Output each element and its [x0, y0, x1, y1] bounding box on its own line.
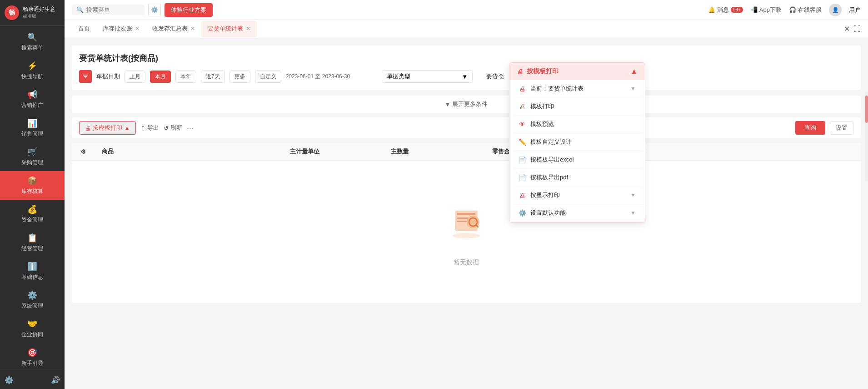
tab-close-receivables[interactable]: ✕ — [190, 25, 195, 32]
refresh-button[interactable]: ↺ 刷新 — [164, 124, 182, 132]
dropdown-template-preview[interactable]: 👁 模板预览 — [509, 116, 645, 133]
tab-close-inventory[interactable]: ✕ — [135, 25, 140, 32]
date-btn-more[interactable]: 更多 — [229, 71, 250, 83]
date-btn-7days[interactable]: 近7天 — [201, 71, 225, 83]
inventory-icon: 📦 — [27, 176, 37, 186]
tab-receivables[interactable]: 收发存汇总表 ✕ — [146, 21, 201, 37]
speaker-icon[interactable]: 🔊 — [51, 376, 60, 384]
expand-window-btn[interactable]: ⛶ — [853, 25, 861, 33]
main-content: 🔍 ⚙️ 体验行业方案 🔔 消息 99+ 📲 App下载 🎧 在线客服 👤 用户 — [65, 0, 868, 389]
finance-icon: 💰 — [27, 204, 37, 214]
goods-label: 要货仓 — [486, 72, 504, 81]
sidebar-item-search[interactable]: 🔍 搜索菜单 — [0, 28, 65, 56]
user-name: 用户 — [849, 6, 861, 14]
search-bar[interactable]: 🔍 — [72, 5, 145, 15]
dropdown-template-design[interactable]: ✏️ 模板自定义设计 — [509, 133, 645, 151]
messages-btn[interactable]: 🔔 消息 99+ — [708, 6, 743, 14]
sidebar-item-guide[interactable]: 🎯 新手引导 — [0, 343, 65, 371]
tab-close-order-stats[interactable]: ✕ — [246, 25, 250, 32]
sidebar-item-sales[interactable]: 📊 销售管理 — [0, 114, 65, 142]
current-template-arrow: ▼ — [630, 86, 636, 92]
more-options-button[interactable]: ··· — [187, 123, 194, 133]
dropdown-default-setting[interactable]: ⚙️ 设置默认功能 ▼ — [509, 204, 645, 222]
expand-more-button[interactable]: ▼ 展开更多条件 — [445, 100, 488, 108]
th-settings[interactable]: ⚙ — [72, 148, 95, 155]
topbar-right: 🔔 消息 99+ 📲 App下载 🎧 在线客服 👤 用户 — [708, 4, 861, 16]
tab-order-stats[interactable]: 要货单统计表 ✕ — [201, 21, 257, 37]
sidebar-item-purchase[interactable]: 🛒 采购管理 — [0, 142, 65, 171]
dropdown-export-pdf[interactable]: 📄 按模板导出pdf — [509, 169, 645, 187]
page-content: 要货单统计表(按商品) 单据日期 上月 本月 本年 近7天 更多 自定义 — [65, 38, 868, 389]
sidebar-item-inventory[interactable]: 📦 库存核算 — [0, 171, 65, 200]
sidebar-item-system[interactable]: ⚙️ 系统管理 — [0, 286, 65, 314]
page-title: 要货单统计表(按商品) — [79, 53, 853, 64]
sidebar-item-operations[interactable]: 📋 经营管理 — [0, 228, 65, 257]
date-btn-this-month[interactable]: 本月 — [150, 71, 171, 83]
system-icon: ⚙️ — [27, 290, 37, 300]
info-icon: ℹ️ — [27, 262, 37, 272]
export-button[interactable]: ⇡ 导出 — [140, 124, 159, 132]
display-print-label-container: 🖨 按显示打印 — [519, 191, 560, 199]
search-icon: 🔍 — [27, 32, 37, 42]
cooperation-icon: 🤝 — [27, 319, 37, 329]
logo-icon: 畅 — [5, 5, 19, 20]
printer-icon: 🖨 — [85, 125, 91, 131]
dropdown-template-print[interactable]: 🖨 模板打印 — [509, 98, 645, 116]
print-dropdown: 🖨 按模板打印 ▲ 🖨 当前：要货单统计表 ▼ 🖨 模板打印 👁 模板预览 ✏️… — [509, 62, 645, 222]
app-name: 畅康通好生意 — [23, 6, 55, 13]
date-btn-prev-month[interactable]: 上月 — [125, 71, 145, 83]
sidebar: 畅 畅康通好生意 标准版 🔍 搜索菜单 ⚡ 快捷导航 📢 营销推广 📊 销售管理… — [0, 0, 65, 389]
sidebar-logo: 畅 畅康通好生意 标准版 — [0, 0, 65, 26]
sidebar-item-marketing[interactable]: 📢 营销推广 — [0, 85, 65, 114]
dropdown-display-print[interactable]: 🖨 按显示打印 ▼ — [509, 187, 645, 204]
trial-button[interactable]: 体验行业方案 — [165, 3, 213, 17]
refresh-icon: ↺ — [164, 125, 169, 131]
user-avatar[interactable]: 👤 — [829, 4, 842, 16]
action-bar: 🖨 按模板打印 ▲ ⇡ 导出 ↺ 刷新 ··· 查询 设置 — [72, 117, 861, 138]
bell-icon: 🔔 — [708, 6, 715, 13]
dropdown-export-excel[interactable]: 📄 按模板导出excel — [509, 151, 645, 169]
expand-row: ▼ 展开更多条件 — [72, 96, 861, 113]
empty-state: 暂无数据 — [72, 161, 861, 303]
right-scrollbar[interactable] — [865, 91, 868, 182]
filter-bar: 单据日期 上月 本月 本年 近7天 更多 自定义 2023-06-01 至 20… — [79, 70, 853, 83]
sidebar-item-cooperation[interactable]: 🤝 企业协同 — [0, 314, 65, 343]
tab-inventory-batch[interactable]: 库存批次账 ✕ — [96, 21, 146, 37]
type-select-label: 单据类型 — [387, 72, 410, 81]
filter-expand-icon[interactable] — [79, 70, 92, 83]
window-controls: ✕ ⛶ — [844, 25, 861, 33]
export-excel-icon: 📄 — [519, 156, 526, 163]
close-window-btn[interactable]: ✕ — [844, 25, 850, 33]
download-icon: 📲 — [750, 6, 758, 13]
app-download-btn[interactable]: 📲 App下载 — [750, 6, 782, 14]
tab-home[interactable]: 首页 — [72, 21, 96, 37]
sales-icon: 📊 — [27, 118, 37, 128]
sidebar-footer: ⚙️ 🔊 — [0, 371, 65, 389]
tabs-bar: 首页 库存批次账 ✕ 收发存汇总表 ✕ 要货单统计表 ✕ ✕ ⛶ — [65, 20, 868, 38]
sidebar-item-finance[interactable]: 💰 资金管理 — [0, 200, 65, 228]
column-settings-button[interactable]: 设置 — [830, 121, 853, 135]
default-setting-label-container: ⚙️ 设置默认功能 — [519, 209, 566, 217]
marketing-icon: 📢 — [27, 90, 37, 100]
date-btn-custom[interactable]: 自定义 — [255, 71, 281, 83]
settings-button[interactable]: ⚙️ — [148, 4, 161, 16]
empty-text: 暂无数据 — [454, 258, 479, 267]
dropdown-close-btn[interactable]: ▲ — [630, 67, 638, 76]
search-input[interactable] — [86, 6, 141, 13]
type-select[interactable]: 单据类型 ▼ — [382, 70, 473, 83]
template-print-icon: 🖨 — [519, 103, 526, 110]
sidebar-item-basic-info[interactable]: ℹ️ 基础信息 — [0, 257, 65, 286]
headset-icon: 🎧 — [789, 6, 796, 13]
svg-rect-5 — [457, 213, 475, 215]
query-button[interactable]: 查询 — [795, 121, 825, 135]
sidebar-item-quick-nav[interactable]: ⚡ 快捷导航 — [0, 56, 65, 85]
purchase-icon: 🛒 — [27, 147, 37, 157]
th-quantity: 主数量 — [384, 147, 485, 156]
sidebar-nav: 🔍 搜索菜单 ⚡ 快捷导航 📢 营销推广 📊 销售管理 🛒 采购管理 📦 库存核… — [0, 26, 65, 371]
date-btn-this-year[interactable]: 本年 — [175, 71, 196, 83]
print-template-button[interactable]: 🖨 按模板打印 ▲ — [79, 121, 136, 135]
settings-footer-icon[interactable]: ⚙️ — [5, 376, 14, 384]
dropdown-current-template[interactable]: 🖨 当前：要货单统计表 ▼ — [509, 80, 645, 98]
online-service-btn[interactable]: 🎧 在线客服 — [789, 6, 822, 14]
type-select-arrow: ▼ — [462, 73, 468, 80]
